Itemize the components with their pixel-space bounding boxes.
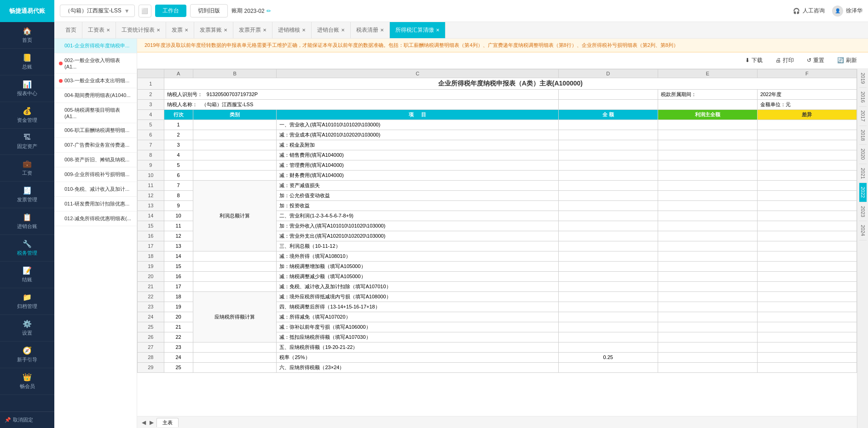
sheet-table: A B C D E F bbox=[137, 69, 857, 373]
refresh-button[interactable]: 🔄 刷新 bbox=[833, 55, 861, 66]
item-14: 二、营业利润(1-2-3-4-5-6-7-8+9) bbox=[277, 211, 558, 221]
item-28: 税率（25%） bbox=[277, 352, 558, 362]
tab-sales-check-close[interactable]: ✕ bbox=[302, 28, 306, 33]
tab-salary-stats-close[interactable]: ✕ bbox=[156, 28, 160, 33]
edit-icon[interactable]: ✏ bbox=[266, 8, 271, 14]
dot-006 bbox=[59, 129, 63, 132]
tab-tax-list[interactable]: 税表清册 ✕ bbox=[351, 22, 390, 39]
cat-5 bbox=[193, 120, 277, 130]
download-button[interactable]: ⬇ 下载 bbox=[741, 55, 766, 66]
tab-invoice-open[interactable]: 发票开票 ✕ bbox=[233, 22, 272, 39]
sidebar-item-tax[interactable]: 🔧 税务管理 bbox=[0, 235, 54, 262]
year-2020[interactable]: 2020 bbox=[859, 145, 867, 164]
tab-sales-ledger-close[interactable]: ✕ bbox=[341, 28, 345, 33]
year-2021[interactable]: 2021 bbox=[859, 164, 867, 183]
sheet-nav-right[interactable]: ▶ bbox=[149, 418, 155, 427]
item-13: 加：投资收益 bbox=[277, 200, 558, 211]
sidebar-item-home[interactable]: 🏠 首页 bbox=[0, 22, 54, 49]
sidebar-item-archive[interactable]: 📁 归档管理 bbox=[0, 288, 54, 315]
tab-sales-ledger[interactable]: 进销台账 ✕ bbox=[312, 22, 351, 39]
tab-invoice-open-close[interactable]: ✕ bbox=[263, 28, 266, 33]
year-2017[interactable]: 2017 bbox=[859, 107, 867, 126]
tab-salary-stats[interactable]: 工资统计报表 ✕ bbox=[116, 22, 166, 39]
left-panel-item-011[interactable]: 011-研发费用加计扣除优惠... bbox=[54, 197, 137, 211]
left-panel-item-003[interactable]: 003-一般企业成本支出明细... bbox=[54, 74, 137, 88]
sidebar-item-assets[interactable]: 🏗 固定资产 bbox=[0, 129, 54, 155]
profit-16 bbox=[658, 231, 757, 241]
copy-icon-btn[interactable]: ⬜ bbox=[139, 5, 151, 17]
amount-10 bbox=[558, 170, 658, 180]
tab-invoice[interactable]: 发票 ✕ bbox=[166, 22, 194, 39]
sidebar-item-finance[interactable]: 💰 资金管理 bbox=[0, 102, 54, 129]
year-2016[interactable]: 2016 bbox=[859, 88, 867, 107]
year-2019[interactable]: 2019 bbox=[859, 69, 867, 88]
left-panel-item-012[interactable]: 012-减免所得税优惠明细表(... bbox=[54, 211, 137, 226]
print-button[interactable]: 🖨 打印 bbox=[772, 55, 798, 66]
year-2018[interactable]: 2018 bbox=[859, 126, 867, 145]
num-17: 13 bbox=[164, 241, 193, 251]
table-row: 2 纳税人识别号： 91320500703719732P 税款所属期间： 202… bbox=[138, 89, 857, 99]
left-panel-item-009[interactable]: 009-企业所得税补亏损明细... bbox=[54, 167, 137, 182]
left-panel-item-007[interactable]: 007-广告费和业务宣传费递... bbox=[54, 138, 137, 153]
assist-btn[interactable]: 🎧 人工咨询 bbox=[793, 7, 825, 15]
left-panel-item-005[interactable]: 005-纳税调整项目明细表(A1... bbox=[54, 103, 137, 123]
profit-11 bbox=[658, 180, 757, 190]
unpin-button[interactable]: 📌 取消固定 bbox=[0, 411, 54, 428]
tab-invoice-calc[interactable]: 发票算账 ✕ bbox=[194, 22, 233, 39]
amount-20 bbox=[558, 271, 658, 281]
sidebar-item-invoice[interactable]: 🧾 发票管理 bbox=[0, 182, 54, 208]
amount-11 bbox=[558, 180, 658, 190]
row-num-7: 7 bbox=[138, 140, 164, 150]
salary-icon: 💼 bbox=[23, 160, 32, 168]
year-2022[interactable]: 2022 bbox=[859, 183, 867, 202]
col-diff: 差异 bbox=[757, 109, 856, 120]
reset-button[interactable]: ↺ 重置 bbox=[803, 55, 828, 66]
sidebar-item-settings[interactable]: ⚙️ 设置 bbox=[0, 315, 54, 342]
sidebar-item-ledger[interactable]: 📒 总账 bbox=[0, 49, 54, 75]
year-2023[interactable]: 2023 bbox=[859, 202, 867, 221]
left-panel-item-004[interactable]: 004-期间费用明细表(A1040... bbox=[54, 88, 137, 103]
sidebar-item-assets-label: 固定资产 bbox=[17, 143, 37, 150]
left-panel-item-010[interactable]: 010-免税、减计收入及加计... bbox=[54, 182, 137, 197]
tab-invoice-close[interactable]: ✕ bbox=[185, 28, 188, 33]
tab-home[interactable]: 首页 bbox=[60, 22, 82, 39]
sheet-container[interactable]: A B C D E F bbox=[137, 69, 857, 417]
diff-27 bbox=[757, 342, 856, 352]
sidebar-item-close[interactable]: 📝 结账 bbox=[0, 262, 54, 288]
tab-sales-check[interactable]: 进销稽核 ✕ bbox=[272, 22, 312, 39]
user-profile[interactable]: 👤 徐泽华 bbox=[832, 6, 862, 17]
amount-9 bbox=[558, 160, 658, 170]
sheet-tab-main[interactable]: 主表 bbox=[156, 418, 179, 427]
sidebar-item-reports[interactable]: 📊 报表中心 bbox=[0, 75, 54, 102]
sidebar-item-invoice-label: 发票管理 bbox=[17, 196, 37, 203]
tab-salary[interactable]: 工资表 ✕ bbox=[82, 22, 116, 39]
num-20: 16 bbox=[164, 271, 193, 281]
profit-19 bbox=[658, 261, 757, 271]
tab-tax-list-close[interactable]: ✕ bbox=[380, 28, 384, 33]
left-panel-item-008[interactable]: 008-资产折旧、摊销及纳税... bbox=[54, 153, 137, 167]
tab-salary-close[interactable]: ✕ bbox=[106, 28, 110, 33]
tab-invoice-calc-close[interactable]: ✕ bbox=[224, 28, 227, 33]
left-panel-item-001[interactable]: 001-企业所得税年度纳税申... bbox=[54, 39, 137, 53]
diff-9 bbox=[757, 160, 856, 170]
year-2024[interactable]: 2024 bbox=[859, 221, 867, 240]
download-label: 下载 bbox=[752, 57, 763, 64]
num-28: 24 bbox=[164, 352, 193, 362]
item-9: 减：管理费用(填写A104000) bbox=[277, 160, 558, 170]
tab-income-tax[interactable]: 所得税汇算清缴 ✕ bbox=[390, 22, 446, 39]
sidebar-item-salary[interactable]: 💼 工资 bbox=[0, 155, 54, 182]
company-selector[interactable]: （勾箱）江西服宝-LSS ▼ bbox=[60, 5, 135, 17]
sidebar-item-guide[interactable]: 🧭 新手引导 bbox=[0, 342, 54, 368]
left-panel: 001-企业所得税年度纳税申... 002-一般企业收入明细表(A1... 00… bbox=[54, 39, 137, 428]
sheet-nav-left[interactable]: ◀ bbox=[141, 418, 147, 427]
workbench-button[interactable]: 工作台 bbox=[155, 5, 186, 17]
switch-old-button[interactable]: 切到旧版 bbox=[190, 4, 228, 17]
amount-28: 0.25 bbox=[558, 352, 658, 362]
left-panel-item-002[interactable]: 002-一般企业收入明细表(A1... bbox=[54, 53, 137, 74]
sidebar-item-sales[interactable]: 📋 进销台账 bbox=[0, 208, 54, 235]
diff-11 bbox=[757, 180, 856, 190]
left-panel-item-006[interactable]: 006-职工薪酬纳税调整明细... bbox=[54, 123, 137, 138]
tab-income-tax-close[interactable]: ✕ bbox=[436, 28, 440, 33]
diff-18 bbox=[757, 251, 856, 261]
sidebar-item-member[interactable]: 👑 畅会员 bbox=[0, 368, 54, 395]
